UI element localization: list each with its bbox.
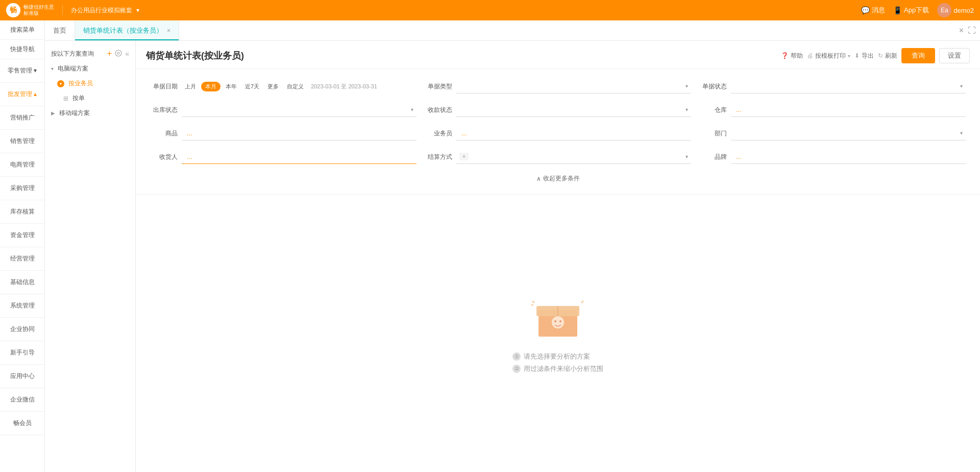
empty-hint-2-text: 用过滤条件来缩小分析范围 — [524, 364, 603, 373]
add-scheme-btn[interactable]: + — [107, 49, 112, 58]
page-header: 销货单统计表(按业务员) ❓ 帮助 🖨 按模板打印 ▾ — [136, 41, 980, 69]
goods-dots[interactable]: ... — [187, 129, 192, 137]
sidebar-quicknav[interactable]: 快捷导航 — [0, 40, 44, 59]
consignee-dots[interactable]: ... — [187, 153, 192, 160]
maximize-icon[interactable]: ⛶ — [968, 26, 976, 35]
payment-status-filter-cell: 收款状态 ▾ — [421, 100, 695, 120]
empty-num-2: ② — [512, 365, 521, 373]
tab-active[interactable]: 销货单统计表（按业务员） × — [75, 20, 179, 40]
help-btn[interactable]: ❓ 帮助 — [781, 52, 803, 60]
tree-by-salesperson[interactable]: ● 按业务员 — [45, 76, 135, 91]
dropdown-icon[interactable]: ▾ — [136, 7, 139, 14]
sidebar-item-newbie[interactable]: 新手引导 — [0, 341, 44, 365]
sidebar-item-enterprise[interactable]: 企业协同 — [0, 318, 44, 341]
tree-mobile-root[interactable]: ▶ 移动端方案 — [45, 106, 135, 121]
filter-row-4: 收货人 ... 结算方式 × — [146, 147, 970, 167]
goods-input[interactable]: ... — [182, 126, 416, 140]
salesperson-dots[interactable]: ... — [461, 129, 467, 137]
close-window-icon[interactable]: × — [959, 26, 964, 35]
date-cur-btn[interactable]: 本月 — [201, 82, 220, 91]
warehouse-dots[interactable]: ... — [736, 106, 742, 113]
out-status-select[interactable]: ▾ — [182, 103, 416, 117]
message-icon: 💬 — [861, 6, 870, 14]
out-status-label: 出库状态 — [146, 106, 182, 114]
date-7-btn[interactable]: 近7天 — [242, 82, 262, 91]
sidebar-item-label-marketing: 营销推广 — [10, 114, 35, 121]
message-nav[interactable]: 💬 消息 — [861, 6, 885, 15]
sidebar-item-system[interactable]: 系统管理 — [0, 294, 44, 318]
consignee-input[interactable]: ... — [182, 150, 416, 164]
tree-by-doc[interactable]: ⊞ 按单 — [45, 91, 135, 106]
brand-input[interactable]: ... — [731, 150, 966, 164]
sidebar-search[interactable]: 搜索菜单 — [0, 20, 44, 40]
tab-close-btn[interactable]: × — [167, 27, 170, 34]
header-actions: ❓ 帮助 🖨 按模板打印 ▾ ⬇ 导出 — [781, 48, 970, 63]
template-print-btn[interactable]: 🖨 按模板打印 ▾ — [807, 52, 850, 60]
settlement-x-btn[interactable]: × — [462, 154, 465, 159]
sidebar-item-apps[interactable]: 应用中心 — [0, 365, 44, 388]
user-nav[interactable]: Ea demo2 — [937, 3, 974, 17]
date-more-btn[interactable]: 更多 — [264, 82, 282, 91]
print-icon: 🖨 — [807, 52, 813, 59]
svg-point-0 — [115, 50, 121, 56]
doc-status-select[interactable]: ▾ — [731, 79, 966, 93]
brand-filter-cell: 品牌 ... — [695, 147, 970, 167]
sidebar-item-retail[interactable]: 零售管理 ▾ — [0, 59, 44, 83]
dept-select[interactable]: ▾ — [731, 126, 966, 140]
top-nav: 畅 畅捷信好生意 标准版 办公用品行业模拟账套 ▾ 💬 消息 📱 App下载 E… — [0, 0, 980, 20]
sidebar-item-marketing[interactable]: 营销推广 — [0, 106, 44, 130]
sidebar-item-wholesale[interactable]: 批发管理 ▴ — [0, 83, 44, 106]
sidebar-item-wechat[interactable]: 企业微信 — [0, 388, 44, 412]
query-button[interactable]: 查询 — [901, 48, 935, 63]
app-download-label: App下载 — [904, 6, 929, 15]
left-panel-header: 按以下方案查询 + « — [45, 46, 135, 61]
sidebar-item-sales[interactable]: 销售管理 — [0, 130, 44, 153]
content-area: 首页 销货单统计表（按业务员） × × ⛶ 按以下方案查询 + — [45, 20, 980, 472]
sidebar-item-member[interactable]: 畅会员 — [0, 412, 44, 435]
tab-home[interactable]: 首页 — [45, 20, 75, 40]
salesperson-input[interactable]: ... — [456, 126, 691, 140]
tree-desktop-root[interactable]: ▾ 电脑端方案 — [45, 61, 135, 76]
empty-icon-container — [527, 291, 589, 342]
warehouse-input[interactable]: ... — [731, 103, 966, 117]
collapse-btn[interactable]: ∧ 收起更多条件 — [146, 170, 970, 187]
sidebar-item-label-apps: 应用中心 — [10, 372, 35, 380]
settings-button[interactable]: 设置 — [939, 48, 970, 63]
sidebar-item-ecommerce[interactable]: 电商管理 — [0, 153, 44, 177]
logo-symbol: 畅 — [10, 6, 17, 15]
date-custom-btn[interactable]: 自定义 — [284, 82, 307, 91]
sidebar-item-finance[interactable]: 资金管理 — [0, 224, 44, 247]
doc-type-select[interactable]: ▾ — [456, 79, 691, 93]
settings-scheme-btn[interactable] — [115, 50, 122, 58]
active-tab-label: 销货单统计表（按业务员） — [83, 26, 163, 35]
refresh-btn[interactable]: ↻ 刷新 — [878, 52, 897, 60]
sidebar-item-basics[interactable]: 基础信息 — [0, 271, 44, 294]
active-dot: ● — [57, 80, 64, 87]
doc-type-filter-cell: 单据类型 ▾ — [421, 76, 695, 97]
sidebar-item-inventory[interactable]: 库存核算 — [0, 200, 44, 224]
main-area: 搜索菜单 快捷导航 零售管理 ▾ 批发管理 ▴ 营销推广 销售管理 电商管理 采… — [0, 20, 980, 472]
settlement-tag: × — [459, 153, 469, 160]
sidebar-item-label-wholesale: 批发管理 — [8, 90, 32, 98]
right-panel: 销货单统计表(按业务员) ❓ 帮助 🖨 按模板打印 ▾ — [136, 41, 980, 472]
app-download-nav[interactable]: 📱 App下载 — [893, 6, 929, 15]
salesperson-label: 业务员 — [421, 129, 456, 138]
left-panel: 按以下方案查询 + « ▾ 电脑端方案 — [45, 41, 136, 472]
settlement-select[interactable]: × ▾ — [456, 150, 691, 164]
export-btn[interactable]: ⬇ 导出 — [854, 52, 874, 60]
payment-status-select[interactable]: ▾ — [456, 103, 691, 117]
date-year-btn[interactable]: 本年 — [223, 82, 240, 91]
top-nav-right: 💬 消息 📱 App下载 Ea demo2 — [861, 3, 974, 17]
brand-dots[interactable]: ... — [736, 153, 742, 160]
sidebar-item-operations[interactable]: 经营管理 — [0, 247, 44, 271]
tree-active-label: 按业务员 — [68, 79, 93, 88]
sidebar-item-purchase[interactable]: 采购管理 — [0, 177, 44, 200]
empty-state: ① 请先选择要分析的方案 ② 用过滤条件来缩小分析范围 — [136, 195, 980, 472]
collapse-panel-btn[interactable]: « — [125, 50, 129, 58]
sidebar-item-label-sales: 销售管理 — [10, 137, 35, 145]
sidebar-item-label-member: 畅会员 — [13, 419, 32, 427]
refresh-label: 刷新 — [885, 52, 897, 60]
help-icon: ❓ — [781, 52, 789, 59]
logo-icon: 畅 — [6, 3, 20, 17]
date-prev-btn[interactable]: 上月 — [182, 82, 199, 91]
